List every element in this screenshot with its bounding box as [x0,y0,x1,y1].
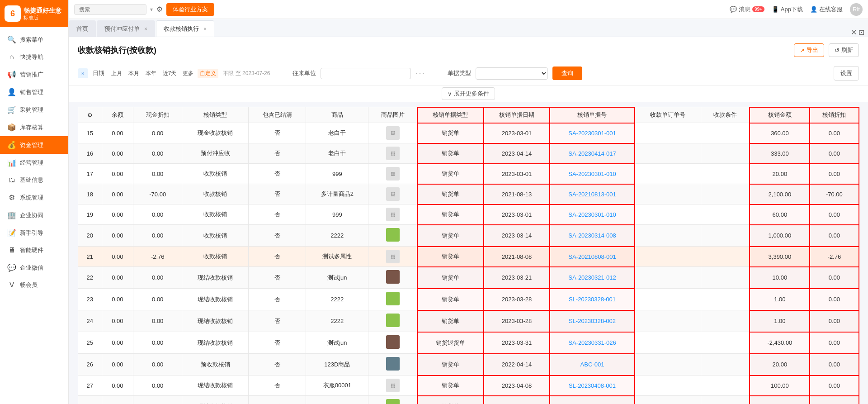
td-verify_bill_type: 销货单 [417,289,484,310]
sidebar-item-basic[interactable]: 🗂基础信息 [0,171,68,189]
sidebar-item-inventory[interactable]: 📦库存核算 [0,119,68,136]
sidebar-item-guide[interactable]: 📝新手引导 [0,224,68,242]
date-btn-this-year[interactable]: 本年 [143,69,159,78]
table-row: 220.000.00现结收款核销否测试jun销货单2023-03-21SA-20… [78,267,859,289]
td-verify_bill_type: 销货单 [417,204,484,225]
service-btn[interactable]: 👤 在线客服 [810,5,843,14]
bill-no-link[interactable]: SA-20210813-001 [568,191,616,198]
page-actions: ↗ 导出 ↺ 刷新 [794,43,859,57]
member-icon: V [7,281,16,289]
bill-no-link[interactable]: SA-20230301-001 [568,130,616,137]
td-cash_discount: 0.00 [133,267,182,289]
date-btn-7days[interactable]: 近7天 [160,69,179,78]
bill-no-link[interactable]: SL-20230328-001 [569,296,616,303]
td-collect_condition [701,396,750,404]
bill-no-link[interactable]: SL-20230328-002 [569,318,616,324]
td-include_settled: 否 [248,375,306,396]
refresh-btn[interactable]: ↺ 刷新 [829,43,859,57]
bill-no-link[interactable]: SA-20230301-010 [568,171,616,177]
setting-btn[interactable]: 设置 [834,66,859,81]
bill-no-link[interactable]: SA-20230301-010 [568,211,616,218]
dots-btn[interactable]: ··· [415,69,425,78]
td-verify_bill_type: 销货单 [417,164,484,184]
td-include_settled: 否 [248,247,306,267]
sidebar-item-search[interactable]: 🔍搜索菜单 [0,31,68,48]
td-collect_condition [701,143,750,164]
expand-more-btn[interactable]: ∨ 展开更多条件 [442,87,495,100]
inventory-icon: 📦 [7,123,16,132]
gear-icon[interactable]: ⚙ [156,5,163,14]
tab-prepay[interactable]: 预付冲应付单× [97,20,155,37]
bill-no-link[interactable]: SA-20230314-008 [568,232,616,239]
td-settings: 21 [78,247,102,267]
user-avatar[interactable]: Rit [850,3,863,16]
sidebar-item-marketing[interactable]: 📢营销推广 [0,66,68,83]
export-btn[interactable]: ↗ 导出 [794,43,824,57]
td-collect_condition [701,184,750,204]
app-download-btn[interactable]: 📱 App下载 [772,5,803,14]
th-verify_bill_date: 核销单据日期 [484,107,550,123]
marketing-icon: 📢 [7,70,16,79]
sidebar-item-hardware[interactable]: 🖥智能硬件 [0,242,68,259]
hardware-icon: 🖥 [7,246,16,254]
td-cash_discount: 0.00 [133,204,182,225]
date-btn-custom[interactable]: 自定义 [198,69,218,78]
sidebar-item-system[interactable]: ⚙系统管理 [0,189,68,206]
sidebar-item-member[interactable]: V畅会员 [0,276,68,294]
tab-home[interactable]: 首页 [69,20,96,37]
topbar-search-input[interactable] [74,4,146,15]
sidebar-item-sales[interactable]: 👤销售管理 [0,83,68,101]
sidebar-item-quicknav[interactable]: ⌂快捷导航 [0,48,68,66]
bill-type-select[interactable] [476,67,548,80]
maximize-tab-icon[interactable]: ⊡ [859,28,864,37]
tab-close-prepay[interactable]: × [144,26,147,32]
sidebar-item-wechat[interactable]: 💬企业微信 [0,259,68,276]
td-product: 2222 [306,310,368,332]
bill-no-link[interactable]: SA-20230414-017 [568,150,616,157]
sidebar-item-finance[interactable]: 💰资金管理 [0,136,68,154]
td-verify_bill_type: 销货单 [417,310,484,332]
dropdown-icon[interactable]: ▾ [150,6,153,13]
sidebar-item-corp[interactable]: 🏢企业协同 [0,206,68,224]
tab-label-home: 首页 [76,25,88,33]
counterpart-input[interactable] [321,68,411,79]
td-product: 2222 [306,225,368,247]
td-verify_bill_date: 2023-03-01 [484,204,550,225]
bill-no-link[interactable]: SA-20230321-012 [568,274,616,281]
close-tab-icon[interactable]: ✕ [851,28,857,37]
message-btn[interactable]: 💬 消息 99+ [730,5,764,14]
query-btn[interactable]: 查询 [552,67,582,80]
expand-more-label: 展开更多条件 [454,90,489,98]
date-btn-more[interactable]: 更多 [180,69,196,78]
td-collect_condition [701,225,750,247]
td-cash_discount: 0.00 [133,354,182,375]
tab-close-collection[interactable]: × [203,26,207,32]
expand-left-btn[interactable]: » [78,68,88,78]
tab-collection[interactable]: 收款核销执行× [156,20,214,37]
td-settings: 23 [78,289,102,310]
td-product: 老白干 [306,123,368,143]
bill-no-link[interactable]: SL-20230408-001 [569,382,616,389]
sidebar-item-operation[interactable]: 📊经营管理 [0,154,68,171]
td-verify_amount: 2,100.00 [750,184,810,204]
td-verify_discount: -70.00 [810,184,859,204]
topbar-right: 💬 消息 99+ 📱 App下载 👤 在线客服 Rit [730,3,863,16]
product-image: 🖼 [386,250,400,263]
operation-icon: 📊 [7,158,16,167]
main-area: ▾ ⚙ 体验行业方案 💬 消息 99+ 📱 App下载 👤 在线客服 Rit 首… [69,0,868,404]
td-verify_bill_no: SA-20210813-001 [550,184,634,204]
td-verify_discount: 0.00 [810,164,859,184]
date-btn-this-month[interactable]: 本月 [126,69,142,78]
bill-no-link[interactable]: ABC-001 [580,361,604,368]
td-verify_type: 现结收款核销 [182,310,249,332]
td-settings: 18 [78,184,102,204]
bill-no-link[interactable]: SA-20210808-001 [568,253,616,260]
td-product_img: 🖼 [368,164,417,184]
date-btn-last-month[interactable]: 上月 [109,69,124,78]
industry-btn[interactable]: 体验行业方案 [166,3,214,16]
bill-no-link[interactable]: SA-20230331-026 [568,339,616,346]
sidebar-item-purchase[interactable]: 🛒采购管理 [0,101,68,119]
td-verify_bill_no: SA-20230414-017 [550,143,634,164]
td-collect_order_no [635,225,701,247]
bill-type-label: 单据类型 [448,69,471,77]
